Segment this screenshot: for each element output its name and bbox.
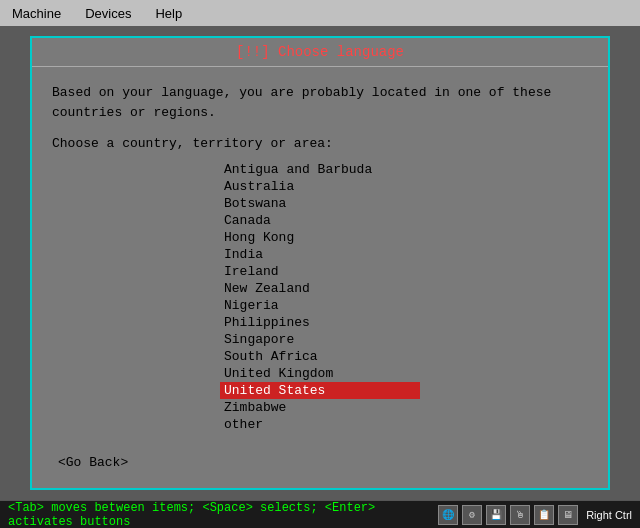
- country-item[interactable]: Singapore: [220, 331, 420, 348]
- country-item[interactable]: Botswana: [220, 195, 420, 212]
- dialog-title: [!!] Choose language: [32, 38, 608, 67]
- country-list: Antigua and BarbudaAustraliaBotswanaCana…: [52, 161, 588, 433]
- vm-screen: [!!] Choose language Based on your langu…: [0, 26, 640, 500]
- country-item[interactable]: United States: [220, 382, 420, 399]
- country-item[interactable]: Philippines: [220, 314, 420, 331]
- country-item[interactable]: Zimbabwe: [220, 399, 420, 416]
- dialog-box: [!!] Choose language Based on your langu…: [30, 36, 610, 490]
- taskbar-icon-2[interactable]: ⚙: [462, 505, 482, 525]
- country-item[interactable]: Hong Kong: [220, 229, 420, 246]
- taskbar-icon-1[interactable]: 🌐: [438, 505, 458, 525]
- taskbar-icon-6[interactable]: 🖥: [558, 505, 578, 525]
- description-line2: countries or regions.: [52, 105, 216, 120]
- country-item[interactable]: Canada: [220, 212, 420, 229]
- taskbar-icon-4[interactable]: 🖱: [510, 505, 530, 525]
- country-item[interactable]: Nigeria: [220, 297, 420, 314]
- country-item[interactable]: India: [220, 246, 420, 263]
- menu-help[interactable]: Help: [147, 4, 190, 23]
- choose-label: Choose a country, territory or area:: [52, 136, 588, 151]
- country-item[interactable]: New Zealand: [220, 280, 420, 297]
- taskbar-icons: 🌐 ⚙ 💾 🖱 📋 🖥 Right Ctrl: [438, 505, 632, 525]
- menu-machine[interactable]: Machine: [4, 4, 69, 23]
- country-item[interactable]: Antigua and Barbuda: [220, 161, 420, 178]
- dialog-body: Based on your language, you are probably…: [32, 67, 608, 488]
- menubar: Machine Devices Help: [0, 0, 640, 26]
- country-item[interactable]: United Kingdom: [220, 365, 420, 382]
- country-item[interactable]: South Africa: [220, 348, 420, 365]
- country-item[interactable]: Australia: [220, 178, 420, 195]
- menu-devices[interactable]: Devices: [77, 4, 139, 23]
- country-item[interactable]: Ireland: [220, 263, 420, 280]
- status-text: <Tab> moves between items; <Space> selec…: [8, 501, 438, 529]
- right-ctrl-label: Right Ctrl: [586, 509, 632, 521]
- taskbar-icon-3[interactable]: 💾: [486, 505, 506, 525]
- taskbar-icon-5[interactable]: 📋: [534, 505, 554, 525]
- description-line1: Based on your language, you are probably…: [52, 85, 551, 100]
- description: Based on your language, you are probably…: [52, 83, 588, 122]
- statusbar: <Tab> moves between items; <Space> selec…: [0, 500, 640, 528]
- go-back-button[interactable]: <Go Back>: [52, 453, 134, 472]
- country-item[interactable]: other: [220, 416, 420, 433]
